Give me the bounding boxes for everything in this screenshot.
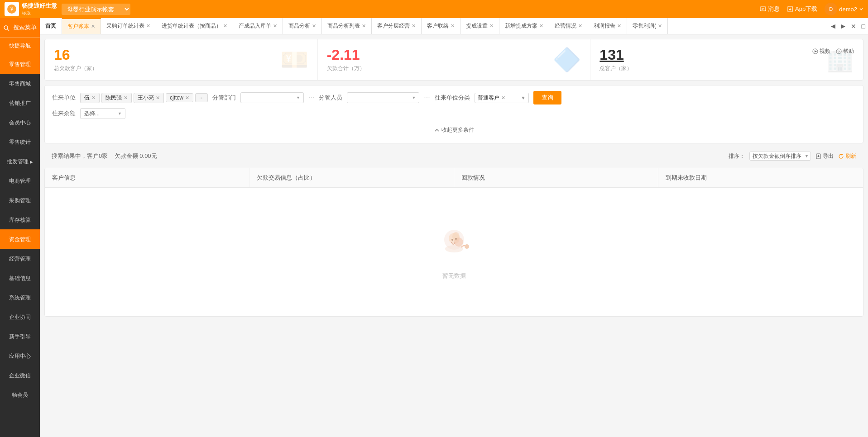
tab-close-new_promotion[interactable]: ✕ (539, 23, 543, 29)
tab-close-purchase_orders[interactable]: ✕ (146, 23, 150, 29)
sidebar-item-label-basic: 基础信息 (0, 275, 40, 282)
stat-number-customers: 16 (54, 48, 308, 62)
sidebar-item-inventory[interactable]: 库存核算 (0, 210, 40, 229)
tag-wang-close[interactable]: ✕ (156, 95, 160, 101)
tab-profit_report[interactable]: 利润报告✕ (588, 18, 627, 34)
tag-wu-close[interactable]: ✕ (91, 95, 96, 101)
sidebar-item-label-marketing: 营销推广 (0, 100, 40, 107)
sidebar-item-finance[interactable]: 资金管理 (0, 229, 40, 249)
person-select[interactable] (347, 92, 419, 103)
filter-row-2: 往来余额 选择... (52, 108, 856, 119)
account-selector[interactable]: 母婴行业演示帐套 (62, 4, 130, 15)
tab-stock_stats[interactable]: 进货单统计表（按商品）✕ (156, 18, 233, 34)
tab-close-promotion_settings[interactable]: ✕ (489, 23, 494, 29)
stat-card-customers: 16 总欠款客户（家） 💴 (45, 39, 318, 80)
sidebar-item-retail_mall[interactable]: 零售商城 (0, 74, 40, 93)
sidebar-item-label-retail_mall: 零售商城 (0, 80, 40, 88)
main-content: 16 总欠款客户（家） 💴 -2.11 欠款合计（万） 🔷 131 (40, 34, 868, 437)
sidebar-item-operations[interactable]: 经营管理 (0, 249, 40, 268)
refresh-button[interactable]: 刷新 (838, 152, 856, 160)
sidebar-item-wechat[interactable]: 企业微信 (0, 366, 40, 385)
tab-close-business_status[interactable]: ✕ (578, 23, 582, 29)
sidebar-item-label-wechat: 企业微信 (0, 372, 40, 380)
sidebar-item-ecommerce[interactable]: 电商管理 (0, 171, 40, 190)
sidebar-item-marketing[interactable]: 营销推广 (0, 93, 40, 113)
tab-maximize[interactable]: □ (859, 18, 868, 34)
sidebar-item-retail[interactable]: 零售管理 (0, 54, 40, 74)
app-download-link[interactable]: App下载 (787, 5, 817, 13)
tag-more[interactable]: ··· (195, 93, 208, 102)
unit-type-chevron[interactable]: ▼ (521, 95, 526, 100)
unit-type-tag-close[interactable]: ✕ (501, 95, 505, 101)
person-filter-label: 分管人员 (319, 94, 342, 102)
message-link[interactable]: 消息 (760, 5, 780, 13)
collapse-button[interactable]: 收起更多条件 (52, 124, 856, 136)
tab-product_analysis[interactable]: 商品分析✕ (283, 18, 322, 34)
sidebar-item-label-ecommerce: 电商管理 (0, 177, 40, 185)
data-table: 客户信息 欠款交易信息（占比） 回款情况 到期未收款日期 (44, 168, 863, 317)
unit-type-select-wrap: 普通客户 ✕ ▼ (475, 93, 529, 103)
balance-select[interactable]: 选择... (80, 108, 125, 119)
tab-new_promotion[interactable]: 新增提成方案✕ (499, 18, 549, 34)
tab-close-stock_stats[interactable]: ✕ (223, 23, 227, 29)
sidebar-item-system[interactable]: 系统管理 (0, 288, 40, 307)
tab-close-retail_profit[interactable]: ✕ (658, 23, 662, 29)
sidebar-item-wholesale[interactable]: 批发管理 ▶ (0, 152, 40, 171)
tab-close-product_analysis_list[interactable]: ✕ (362, 23, 366, 29)
sidebar-search[interactable]: 搜索菜单 (0, 18, 40, 37)
sidebar-item-newbie[interactable]: 新手引导 (0, 327, 40, 346)
tab-close-profit_report[interactable]: ✕ (617, 23, 621, 29)
tab-cost_in[interactable]: 产成品入库单✕ (233, 18, 283, 34)
stats-row: 16 总欠款客户（家） 💴 -2.11 欠款合计（万） 🔷 131 (44, 39, 863, 81)
tab-retail_profit[interactable]: 零售利润(✕ (627, 18, 668, 34)
tab-close-product_analysis[interactable]: ✕ (312, 23, 316, 29)
tab-label-profit_report: 利润报告 (594, 22, 615, 30)
sidebar-item-retail_stats[interactable]: 零售统计 (0, 132, 40, 152)
tab-scroll-left[interactable]: ◀ (828, 18, 838, 34)
tab-business_status[interactable]: 经营情况✕ (549, 18, 588, 34)
tab-purchase_orders[interactable]: 采购订单统计表✕ (101, 18, 156, 34)
col-repayment: 回款情况 (454, 168, 659, 187)
dept-select[interactable] (240, 92, 304, 103)
stat-number-amount: -2.11 (327, 48, 581, 62)
result-text: 搜索结果中，客户0家 欠款金额 0.00元 (52, 152, 157, 160)
sidebar-quick-nav[interactable]: 快捷导航 (0, 37, 40, 54)
tag-cjttcw-close[interactable]: ✕ (185, 95, 189, 101)
tab-scroll-right[interactable]: ▶ (838, 18, 848, 34)
tab-home[interactable]: 首页 (40, 18, 62, 34)
tag-chen-close[interactable]: ✕ (124, 95, 128, 101)
sidebar-item-member[interactable]: 会员中心 (0, 113, 40, 132)
dept-more-icon[interactable]: ··· (308, 94, 314, 102)
sidebar-item-vip[interactable]: 畅会员 (0, 385, 40, 404)
tab-customer_tier[interactable]: 客户分层经营✕ (372, 18, 422, 34)
stat-bg-icon-total: 🏢 (826, 47, 854, 73)
top-bar-right: 消息 App下载 D demo2 (760, 3, 863, 15)
sidebar-item-label-enterprise: 企业协同 (0, 314, 40, 321)
export-button[interactable]: 导出 (815, 152, 834, 160)
sidebar-item-apps[interactable]: 应用中心 (0, 346, 40, 366)
tab-product_analysis_list[interactable]: 商品分析列表✕ (322, 18, 372, 34)
sidebar-item-purchase[interactable]: 采购管理 (0, 190, 40, 210)
balance-select-wrap: 选择... (80, 108, 125, 119)
person-more-icon[interactable]: ··· (424, 94, 430, 102)
sidebar-item-label-inventory: 库存核算 (0, 216, 40, 224)
tab-close-all[interactable]: ✕ (848, 18, 859, 34)
user-area[interactable]: D demo2 (825, 3, 863, 15)
sidebar-item-enterprise[interactable]: 企业协同 (0, 307, 40, 327)
query-button[interactable]: 查询 (533, 91, 561, 104)
app-wrapper: ¥ 畅捷通好生意 标版 母婴行业演示帐套 消息 App下载 D demo2 (0, 0, 868, 437)
tab-close-cost_in[interactable]: ✕ (273, 23, 277, 29)
tag-cjttcw: cjttcw ✕ (166, 93, 193, 102)
tab-customer_contact[interactable]: 客户联络✕ (422, 18, 460, 34)
tab-bar: 首页客户账本✕采购订单统计表✕进货单统计表（按商品）✕产成品入库单✕商品分析✕商… (40, 18, 868, 34)
tab-close-customer_tier[interactable]: ✕ (412, 23, 416, 29)
sidebar-item-basic[interactable]: 基础信息 (0, 268, 40, 288)
tab-label-accounts: 客户账本 (67, 23, 89, 30)
tab-label-new_promotion: 新增提成方案 (505, 22, 537, 30)
tab-close-customer_contact[interactable]: ✕ (451, 23, 455, 29)
logo-text: 畅捷通好生意 (22, 2, 57, 10)
tab-close-accounts[interactable]: ✕ (91, 24, 95, 29)
sort-select[interactable]: 按欠款金额倒序排序 (749, 152, 811, 161)
tab-promotion_settings[interactable]: 提成设置✕ (460, 18, 499, 34)
tab-accounts[interactable]: 客户账本✕ (62, 18, 101, 34)
